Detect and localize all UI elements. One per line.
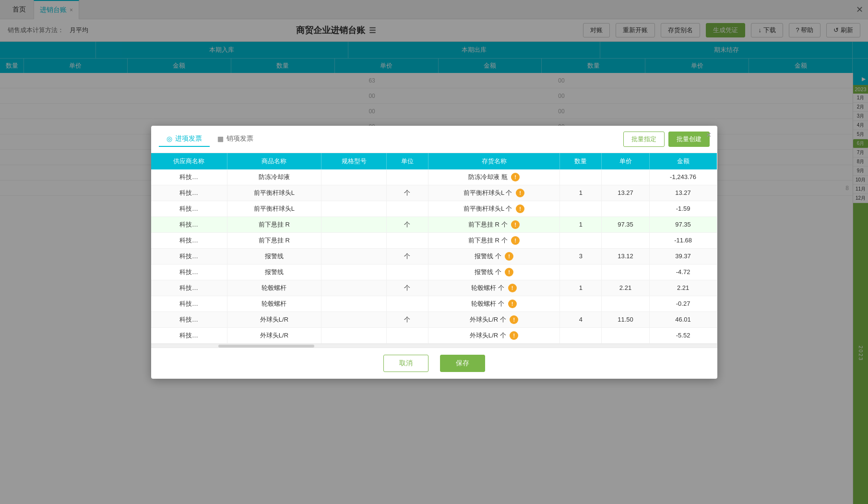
th-qty: 数量 (560, 153, 602, 169)
th-spec: 规格型号 (321, 153, 386, 169)
td-supplier: 科技… (151, 169, 227, 185)
modal-actions: 批量指定 批量创建 (623, 132, 710, 147)
td-supplier: 科技… (151, 264, 227, 280)
table-row: 科技…前下悬挂 R前下悬挂 R 个 !-11.68 (151, 232, 717, 248)
warning-icon: ! (508, 300, 517, 308)
td-inventory: 前平衡杆球头L 个 ! (428, 185, 559, 201)
td-qty (560, 201, 602, 216)
td-unit (386, 169, 428, 185)
warning-icon: ! (510, 331, 518, 340)
td-spec (321, 216, 386, 232)
batch-assign-button[interactable]: 批量指定 (623, 132, 665, 147)
modal-dialog: ◎ 进项发票 ▦ 销项发票 批量指定 批量创建 × 供应商名称 商品名称 规格型 (151, 126, 717, 379)
td-inventory: 外球头L/R 个 ! (428, 312, 559, 327)
td-supplier: 科技… (151, 201, 227, 216)
th-product: 商品名称 (227, 153, 321, 169)
td-amount: 39.37 (649, 248, 717, 264)
td-amount: 13.27 (649, 185, 717, 201)
table-row: 科技…报警线个报警线 个 !313.1239.37 (151, 248, 717, 264)
td-product: 轮毂螺杆 (227, 280, 321, 296)
td-spec (321, 248, 386, 264)
table-row: 科技…前平衡杆球头L前平衡杆球头L 个 !-1.59 (151, 201, 717, 216)
warning-icon: ! (511, 173, 520, 181)
td-price (602, 296, 649, 312)
td-qty: 1 (560, 185, 602, 201)
td-product: 轮毂螺杆 (227, 296, 321, 312)
table-row: 科技…轮毂螺杆轮毂螺杆 个 !-0.27 (151, 296, 717, 312)
td-product: 报警线 (227, 248, 321, 264)
modal-table-wrapper[interactable]: 供应商名称 商品名称 规格型号 单位 存货名称 数量 单价 金额 科技…防冻冷却… (151, 153, 717, 344)
tab-incoming-invoice[interactable]: ◎ 进项发票 (159, 132, 210, 147)
td-qty (560, 169, 602, 185)
td-spec (321, 185, 386, 201)
td-qty (560, 296, 602, 312)
td-supplier: 科技… (151, 327, 227, 343)
td-product: 前下悬挂 R (227, 216, 321, 232)
td-inventory: 轮毂螺杆 个 ! (428, 280, 559, 296)
td-supplier: 科技… (151, 232, 227, 248)
td-amount: -1.59 (649, 201, 717, 216)
table-row: 科技…前下悬挂 R个前下悬挂 R 个 !197.3597.35 (151, 216, 717, 232)
batch-create-button[interactable]: 批量创建 (668, 132, 710, 147)
incoming-tab-icon: ◎ (166, 135, 172, 143)
td-price (602, 232, 649, 248)
td-product: 外球头L/R (227, 327, 321, 343)
table-row: 科技…外球头L/R外球头L/R 个 !-5.52 (151, 327, 717, 343)
td-amount: 46.01 (649, 312, 717, 327)
table-row: 科技…防冻冷却液防冻冷却液 瓶 !-1,243.76 (151, 169, 717, 185)
cancel-button[interactable]: 取消 (383, 355, 428, 372)
modal-scrollbar-thumb (218, 345, 314, 348)
td-price: 13.12 (602, 248, 649, 264)
table-row: 科技…外球头L/R个外球头L/R 个 !411.5046.01 (151, 312, 717, 327)
td-unit (386, 296, 428, 312)
td-qty (560, 327, 602, 343)
td-unit: 个 (386, 185, 428, 201)
warning-icon: ! (505, 252, 513, 261)
modal-scrollbar[interactable] (151, 344, 717, 348)
td-spec (321, 280, 386, 296)
td-spec (321, 201, 386, 216)
td-qty: 1 (560, 280, 602, 296)
td-amount: -0.27 (649, 296, 717, 312)
td-inventory: 前平衡杆球头L 个 ! (428, 201, 559, 216)
td-supplier: 科技… (151, 312, 227, 327)
td-amount: -4.72 (649, 264, 717, 280)
td-inventory: 报警线 个 ! (428, 264, 559, 280)
warning-icon: ! (511, 236, 520, 245)
td-spec (321, 312, 386, 327)
warning-icon: ! (510, 315, 518, 324)
td-price: 97.35 (602, 216, 649, 232)
td-amount: -11.68 (649, 232, 717, 248)
td-qty (560, 264, 602, 280)
td-spec (321, 232, 386, 248)
modal-header: ◎ 进项发票 ▦ 销项发票 批量指定 批量创建 × (151, 126, 717, 153)
modal-close-icon[interactable]: × (706, 131, 712, 139)
td-supplier: 科技… (151, 280, 227, 296)
td-price (602, 169, 649, 185)
warning-icon: ! (516, 189, 524, 197)
td-inventory: 前下悬挂 R 个 ! (428, 232, 559, 248)
td-amount: -1,243.76 (649, 169, 717, 185)
td-unit: 个 (386, 216, 428, 232)
save-button[interactable]: 保存 (440, 355, 485, 372)
td-unit: 个 (386, 248, 428, 264)
td-price: 13.27 (602, 185, 649, 201)
td-supplier: 科技… (151, 248, 227, 264)
invoice-table: 供应商名称 商品名称 规格型号 单位 存货名称 数量 单价 金额 科技…防冻冷却… (151, 153, 717, 344)
td-inventory: 前下悬挂 R 个 ! (428, 216, 559, 232)
th-unit: 单位 (386, 153, 428, 169)
td-product: 前平衡杆球头L (227, 185, 321, 201)
td-amount: 2.21 (649, 280, 717, 296)
td-price (602, 201, 649, 216)
td-spec (321, 296, 386, 312)
td-unit (386, 232, 428, 248)
td-inventory: 报警线 个 ! (428, 248, 559, 264)
modal-footer: 取消 保存 (151, 348, 717, 379)
tab-outgoing-invoice[interactable]: ▦ 销项发票 (210, 132, 261, 147)
td-supplier: 科技… (151, 185, 227, 201)
warning-icon: ! (505, 268, 513, 276)
td-qty: 1 (560, 216, 602, 232)
td-amount: -5.52 (649, 327, 717, 343)
td-unit (386, 327, 428, 343)
warning-icon: ! (516, 204, 524, 213)
